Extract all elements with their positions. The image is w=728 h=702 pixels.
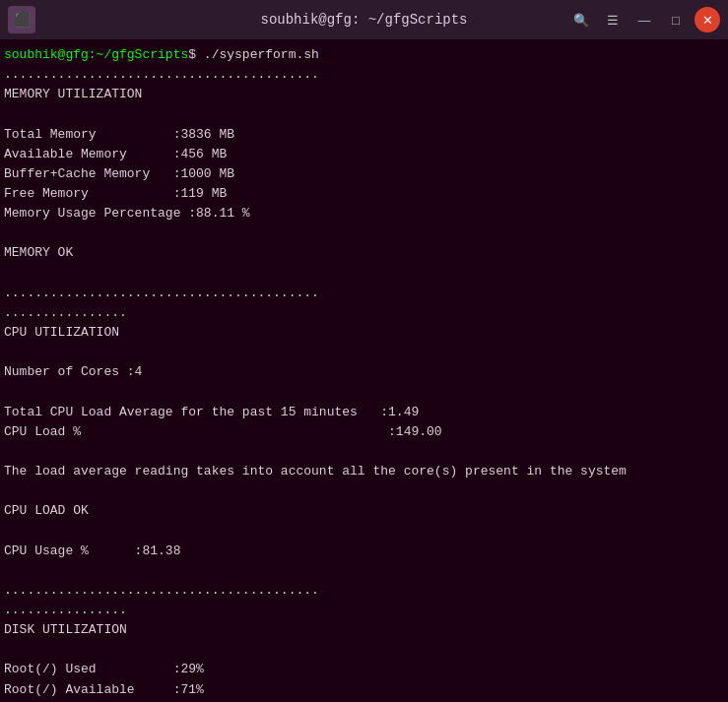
titlebar: ⬛ soubhik@gfg: ~/gfgScripts 🔍 ☰ — □ ✕ [0,0,728,39]
root-avail-line: Root(/) Available :71% [4,682,204,697]
titlebar-title: soubhik@gfg: ~/gfgScripts [260,12,467,28]
total-memory-line: Total Memory :3836 MB [4,127,234,142]
memory-ok-line: MEMORY OK [4,245,73,260]
search-button[interactable]: 🔍 [568,7,594,32]
buffer-cache-line: Buffer+Cache Memory :1000 MB [4,166,234,181]
maximize-button[interactable]: □ [663,7,689,32]
dots-line-4: ........................................… [4,583,319,598]
cpu-load-ok-line: CPU LOAD OK [4,503,89,518]
memory-utilization-header: MEMORY UTILIZATION [4,87,142,101]
memory-usage-line: Memory Usage Percentage :88.11 % [4,206,250,221]
menu-button[interactable]: ☰ [600,7,626,32]
disk-utilization-header: DISK UTILIZATION [4,622,127,637]
free-memory-line: Free Memory :119 MB [4,186,227,201]
prompt-text-1: soubhik@gfg:~/gfgScripts [4,47,188,62]
dots-line-1: ........................................… [4,67,319,82]
dots-line-5: ................ [4,603,127,617]
cpu-load-avg-line: Total CPU Load Average for the past 15 m… [4,405,419,419]
dots-line-2: ........................................… [4,286,319,300]
cpu-load-pct-line: CPU Load % :149.00 [4,424,442,439]
minimize-button[interactable]: — [631,7,657,32]
command-text: $ ./sysperform.sh [188,47,319,62]
terminal-icon: ⬛ [8,6,35,33]
prompt-line1: soubhik@gfg:~/gfgScripts$ ./sysperform.s… [4,47,319,62]
cpu-usage-line: CPU Usage % :81.38 [4,543,180,558]
available-memory-line: Available Memory :456 MB [4,147,227,161]
root-used-line: Root(/) Used :29% [4,662,204,676]
dots-line-3: ................ [4,305,127,320]
terminal-body: soubhik@gfg:~/gfgScripts$ ./sysperform.s… [0,39,728,702]
close-button[interactable]: ✕ [695,7,720,32]
titlebar-controls: 🔍 ☰ — □ ✕ [568,7,720,32]
num-cores-line: Number of Cores :4 [4,364,142,379]
cpu-utilization-header: CPU UTILIZATION [4,325,119,340]
cpu-note-line: The load average reading takes into acco… [4,464,627,479]
